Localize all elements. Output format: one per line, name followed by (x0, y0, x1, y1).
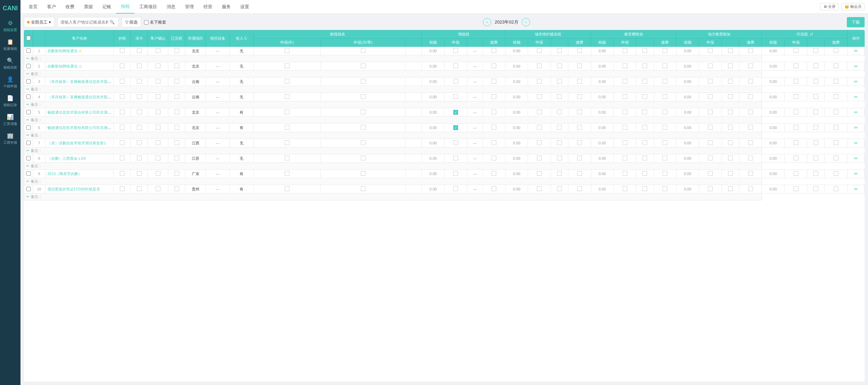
unchecked-box[interactable] (834, 79, 838, 84)
unchecked-box[interactable] (137, 140, 142, 145)
edit-action-icon[interactable]: ✏ (854, 79, 858, 84)
unchecked-box[interactable] (642, 48, 647, 53)
yiwanshui-cell[interactable] (168, 170, 185, 178)
unchecked-box[interactable] (492, 94, 496, 99)
chengshi-col1-cell[interactable] (528, 108, 551, 117)
unchecked-box[interactable] (537, 171, 542, 176)
qingka-cell[interactable] (131, 93, 148, 101)
unchecked-box[interactable] (708, 171, 713, 176)
unchecked-box[interactable] (492, 125, 496, 130)
yinhua-col1-cell[interactable] (784, 77, 807, 86)
unchecked-box[interactable] (623, 63, 627, 68)
difang-col2-cell[interactable] (722, 124, 739, 132)
next-month-btn[interactable]: › (522, 18, 530, 26)
difang-col2-cell[interactable] (722, 139, 739, 147)
unchecked-box[interactable] (537, 79, 542, 84)
zengjia-senbao-cell[interactable] (444, 47, 467, 55)
jiaoyu-col3-cell[interactable] (654, 47, 676, 55)
jiaoyu-col2-cell[interactable] (636, 77, 654, 86)
jiaoyu-col1-cell[interactable] (613, 139, 636, 147)
yiwanshui-cell[interactable] (168, 139, 185, 147)
unchecked-box[interactable] (813, 125, 818, 130)
unchecked-box[interactable] (285, 156, 289, 160)
unchecked-box[interactable] (156, 140, 160, 145)
unchecked-box[interactable] (156, 94, 160, 99)
unchecked-box[interactable] (361, 94, 366, 99)
zengjia-jiaofei-cell[interactable] (483, 77, 505, 86)
unchecked-box[interactable] (834, 156, 838, 160)
unchecked-box[interactable] (285, 94, 289, 99)
customer-name-link[interactable]: 测试斯套的凭证打印的时候是否 (47, 187, 100, 191)
mingdan-checkbox[interactable] (144, 20, 148, 25)
unchecked-box[interactable] (557, 140, 562, 145)
unchecked-box[interactable] (728, 110, 733, 114)
unchecked-box[interactable] (663, 79, 667, 84)
edit-action-icon[interactable]: ✏ (854, 171, 858, 176)
unchecked-box[interactable] (120, 79, 125, 84)
unchecked-box[interactable] (794, 94, 798, 99)
kehequren-cell[interactable] (148, 62, 168, 71)
unchecked-box[interactable] (577, 63, 582, 68)
zengjia-senbao-cell[interactable] (444, 77, 467, 86)
unchecked-box[interactable] (174, 186, 179, 191)
unchecked-box[interactable] (834, 94, 838, 99)
unchecked-box[interactable] (557, 48, 562, 53)
difang-col3-cell[interactable] (739, 77, 762, 86)
jiaoyu-col2-cell[interactable] (636, 185, 654, 194)
chengshi-col3-cell[interactable] (568, 185, 591, 194)
customer-name-link[interactable]: 2013（陶美芳勿删） (47, 172, 82, 176)
yinhua-col2-cell[interactable] (807, 77, 825, 86)
yiwanshui-cell[interactable] (168, 124, 185, 132)
kehequren-cell[interactable] (148, 139, 168, 147)
unchecked-box[interactable] (285, 79, 289, 84)
unchecked-box[interactable] (728, 140, 733, 145)
customer-name-link[interactable]: （勿删）江西股金-LSS (47, 156, 86, 160)
chaoshui-cell[interactable] (114, 170, 131, 178)
unchecked-box[interactable] (120, 125, 125, 130)
row-checkbox[interactable] (26, 79, 31, 84)
unchecked-box[interactable] (728, 79, 733, 84)
unchecked-box[interactable] (794, 186, 798, 191)
unchecked-box[interactable] (453, 94, 458, 99)
difang-col2-cell[interactable] (722, 154, 739, 163)
qingka-cell[interactable] (131, 124, 148, 132)
unchecked-box[interactable] (642, 63, 647, 68)
yinhua-col2-cell[interactable] (807, 185, 825, 194)
unchecked-box[interactable] (834, 63, 838, 68)
row-checkbox[interactable] (26, 187, 31, 191)
unchecked-box[interactable] (156, 63, 160, 68)
action-cell[interactable]: ✏ (848, 93, 865, 101)
unchecked-box[interactable] (156, 110, 160, 114)
yinhua-col2-cell[interactable] (807, 62, 825, 71)
action-cell[interactable]: ✏ (848, 124, 865, 132)
unchecked-box[interactable] (492, 63, 496, 68)
edit-action-icon[interactable]: ✏ (854, 94, 858, 100)
unchecked-box[interactable] (708, 48, 713, 53)
unchecked-box[interactable] (623, 94, 627, 99)
unchecked-box[interactable] (748, 156, 753, 160)
chaoshui-cell[interactable] (114, 124, 131, 132)
unchecked-box[interactable] (453, 140, 458, 145)
unchecked-box[interactable] (728, 48, 733, 53)
chengshi-col1-cell[interactable] (528, 62, 551, 71)
unchecked-box[interactable] (834, 48, 838, 53)
zengjia-jiaofei-cell[interactable] (483, 124, 505, 132)
qingka-cell[interactable] (131, 47, 148, 55)
unchecked-box[interactable] (577, 156, 582, 160)
unchecked-box[interactable] (557, 186, 562, 191)
unchecked-box[interactable] (813, 171, 818, 176)
unchecked-box[interactable] (834, 110, 838, 114)
qingka-cell[interactable] (131, 185, 148, 194)
unchecked-box[interactable] (557, 125, 562, 130)
unchecked-box[interactable] (137, 48, 142, 53)
yiwanshui-cell[interactable] (168, 47, 185, 55)
difang-col1-cell[interactable] (699, 62, 722, 71)
unchecked-box[interactable] (728, 171, 733, 176)
mingdan-checkbox-wrap[interactable]: 名下账套 (144, 19, 166, 25)
unchecked-box[interactable] (156, 48, 160, 53)
unchecked-box[interactable] (361, 156, 366, 160)
row-checkbox-cell[interactable] (24, 185, 33, 194)
unchecked-box[interactable] (663, 94, 667, 99)
chengshi-col1-cell[interactable] (528, 139, 551, 147)
zengjia-senbao-cell[interactable] (444, 62, 467, 71)
